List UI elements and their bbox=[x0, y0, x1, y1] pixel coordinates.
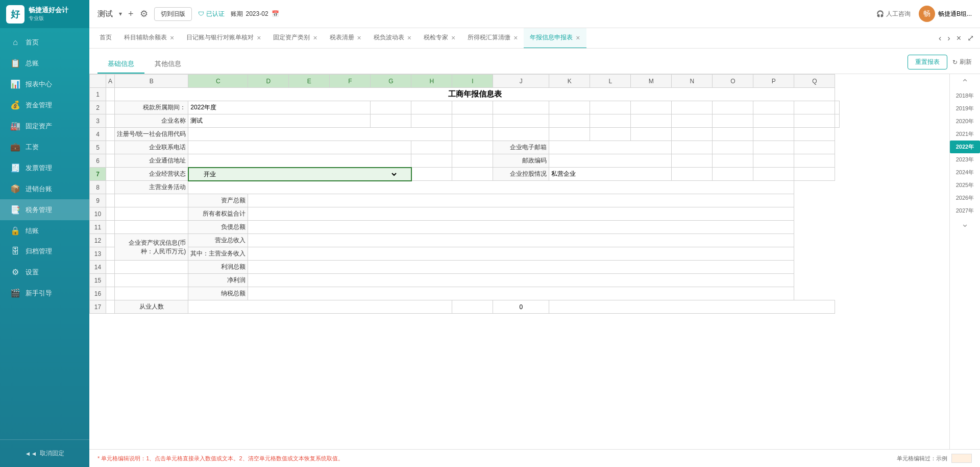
service-btn[interactable]: 🎧 人工咨询 bbox=[876, 10, 911, 18]
reset-report-btn[interactable]: 重置报表 bbox=[908, 55, 947, 69]
year-item-2022[interactable]: 2022年 bbox=[950, 141, 980, 153]
year-item-2023[interactable]: 2023年 bbox=[950, 153, 980, 166]
avatar: 畅 bbox=[919, 6, 935, 22]
table-row: 2 税款所属期间： 2022年度 bbox=[90, 101, 840, 114]
sidebar-item-home[interactable]: ⌂ 首页 bbox=[0, 32, 89, 53]
tab-close-all-btn[interactable]: × bbox=[954, 33, 963, 44]
topbar: 测试 ▾ + ⚙ 切到旧版 🛡 已认证 账期 2023-02 📅 🎧 人工咨询 … bbox=[89, 0, 980, 28]
sidebar-label-purchase-sales: 进销台账 bbox=[26, 184, 52, 194]
tab-fixed-asset-cat[interactable]: 固定资产类别 × bbox=[267, 28, 323, 49]
col-header-L[interactable]: L bbox=[590, 75, 631, 88]
close-tab-tax-expert[interactable]: × bbox=[451, 34, 455, 42]
sub-tab-actions: 重置报表 ↻ 刷新 bbox=[908, 55, 972, 74]
topbar-period: 账期 2023-02 📅 bbox=[231, 10, 279, 18]
topbar-right: 🎧 人工咨询 畅 畅捷通B组... bbox=[876, 6, 972, 22]
col-header-D[interactable]: D bbox=[248, 75, 289, 88]
topbar-add-btn[interactable]: + bbox=[128, 9, 134, 19]
col-header-G[interactable]: G bbox=[371, 75, 411, 88]
tab-tax-expert[interactable]: 税检专家 × bbox=[418, 28, 461, 49]
sidebar-label-salary: 工资 bbox=[26, 143, 39, 152]
col-header-F[interactable]: F bbox=[330, 75, 371, 88]
topbar-settings-btn[interactable]: ⚙ bbox=[140, 8, 148, 19]
close-tab-journal-bank[interactable]: × bbox=[257, 34, 261, 42]
sidebar-item-salary[interactable]: 💼 工资 bbox=[0, 136, 89, 157]
year-item-2026[interactable]: 2026年 bbox=[950, 192, 980, 204]
sheet-title[interactable]: 工商年报信息表 bbox=[115, 88, 835, 101]
year-item-2027[interactable]: 2027年 bbox=[950, 204, 980, 217]
sub-tab-basic[interactable]: 基础信息 bbox=[97, 55, 144, 74]
sheet-table: A B C D E F G H I J K L M bbox=[89, 74, 840, 314]
tab-income-tax[interactable]: 所得税汇算清缴 × bbox=[461, 28, 524, 49]
sidebar-item-fixed-assets[interactable]: 🏭 固定资产 bbox=[0, 115, 89, 136]
sub-tab-other[interactable]: 其他信息 bbox=[144, 55, 191, 74]
col-header-B[interactable]: B bbox=[115, 75, 188, 88]
year-panel-scroll-down-btn[interactable]: ⌄ bbox=[960, 217, 970, 230]
sidebar-label-closing: 结账 bbox=[26, 226, 39, 236]
col-header-C[interactable]: C bbox=[188, 75, 248, 88]
col-header-E[interactable]: E bbox=[289, 75, 330, 88]
topbar-title: 测试 bbox=[97, 9, 113, 19]
close-tab-income-tax[interactable]: × bbox=[513, 34, 518, 42]
tab-home[interactable]: 首页 bbox=[93, 28, 118, 49]
close-tab-aux-balance[interactable]: × bbox=[170, 34, 174, 42]
table-row: 3 企业名称 测试 bbox=[90, 114, 840, 128]
sidebar-icon-fixed-assets: 🏭 bbox=[10, 121, 20, 131]
tab-aux-balance[interactable]: 科目辅助余额表 × bbox=[118, 28, 180, 49]
col-header-J[interactable]: J bbox=[493, 75, 549, 88]
col-header-A[interactable]: A bbox=[106, 75, 115, 88]
col-header-M[interactable]: M bbox=[631, 75, 672, 88]
sidebar-bottom: ◄◄ 取消固定 bbox=[0, 439, 89, 467]
year-item-2021[interactable]: 2021年 bbox=[950, 128, 980, 141]
user-profile[interactable]: 畅 畅捷通B组... bbox=[919, 6, 972, 22]
year-panel-scroll-up-btn[interactable]: ⌃ bbox=[960, 76, 970, 89]
sidebar-item-closing[interactable]: 🔒 结账 bbox=[0, 220, 89, 241]
switch-old-version-btn[interactable]: 切到旧版 bbox=[154, 7, 192, 21]
close-tab-tax-return[interactable]: × bbox=[357, 34, 361, 42]
col-header-P[interactable]: P bbox=[753, 75, 794, 88]
table-row: 16 纳税总额 bbox=[90, 287, 840, 300]
col-header-Q[interactable]: Q bbox=[794, 75, 835, 88]
business-status-dropdown[interactable]: 开业 注销 吊销 迁出 撤销 bbox=[191, 170, 409, 178]
table-row: 6 企业通信地址 邮政编码 bbox=[90, 154, 840, 168]
col-header-O[interactable]: O bbox=[713, 75, 753, 88]
year-item-2018[interactable]: 2018年 bbox=[950, 89, 980, 102]
year-item-2019[interactable]: 2019年 bbox=[950, 102, 980, 115]
tab-annual-report[interactable]: 年报信息申报表 × bbox=[524, 28, 586, 49]
table-row: 15 净利润 bbox=[90, 274, 840, 287]
col-header-I[interactable]: I bbox=[452, 75, 493, 88]
table-row: 7 企业经营状态 开业 注销 吊销 迁出 bbox=[90, 168, 840, 181]
sidebar-item-settings[interactable]: ⚙ 设置 bbox=[0, 262, 89, 283]
example-cell-preview bbox=[951, 454, 972, 463]
sidebar-item-funds[interactable]: 💰 资金管理 bbox=[0, 95, 89, 115]
year-item-2020[interactable]: 2020年 bbox=[950, 115, 980, 128]
calendar-icon[interactable]: 📅 bbox=[272, 10, 279, 17]
close-tab-annual-report[interactable]: × bbox=[576, 34, 580, 42]
tab-tax-risk[interactable]: 税负波动表 × bbox=[368, 28, 418, 49]
sidebar-item-purchase-sales[interactable]: 📦 进销台账 bbox=[0, 178, 89, 199]
sidebar-collapse-btn[interactable]: ◄◄ 取消固定 bbox=[0, 444, 89, 463]
col-header-N[interactable]: N bbox=[672, 75, 713, 88]
sidebar-item-guide[interactable]: 🎬 新手引导 bbox=[0, 283, 89, 303]
sidebar-item-reports[interactable]: 📊 报表中心 bbox=[0, 74, 89, 95]
sidebar-item-ledger[interactable]: 📋 总账 bbox=[0, 53, 89, 74]
tab-expand-btn[interactable]: ⤢ bbox=[965, 32, 976, 44]
spreadsheet-container[interactable]: A B C D E F G H I J K L M bbox=[89, 74, 949, 449]
sidebar-item-tax[interactable]: 📑 税务管理 bbox=[0, 199, 89, 220]
topbar-dropdown-icon[interactable]: ▾ bbox=[119, 10, 122, 17]
refresh-btn[interactable]: ↻ 刷新 bbox=[952, 58, 972, 66]
tab-journal-bank[interactable]: 日记账与银行对账单核对 × bbox=[180, 28, 267, 49]
spreadsheet-wrapper: A B C D E F G H I J K L M bbox=[89, 74, 980, 449]
tab-next-btn[interactable]: › bbox=[945, 33, 952, 44]
year-item-2025[interactable]: 2025年 bbox=[950, 179, 980, 192]
close-tab-tax-risk[interactable]: × bbox=[407, 34, 411, 42]
close-tab-fixed-asset-cat[interactable]: × bbox=[313, 34, 317, 42]
tab-prev-btn[interactable]: ‹ bbox=[937, 33, 943, 44]
col-header-K[interactable]: K bbox=[549, 75, 590, 88]
sidebar-item-archive[interactable]: 🗄 归档管理 bbox=[0, 241, 89, 262]
tab-tax-return[interactable]: 税表清册 × bbox=[324, 28, 368, 49]
year-item-2024[interactable]: 2024年 bbox=[950, 166, 980, 179]
col-header-H[interactable]: H bbox=[411, 75, 452, 88]
sidebar-item-invoice[interactable]: 🧾 发票管理 bbox=[0, 157, 89, 178]
sub-tabs: 基础信息 其他信息 重置报表 ↻ 刷新 bbox=[89, 49, 980, 74]
business-status-select[interactable]: 开业 注销 吊销 迁出 撤销 bbox=[202, 170, 398, 178]
